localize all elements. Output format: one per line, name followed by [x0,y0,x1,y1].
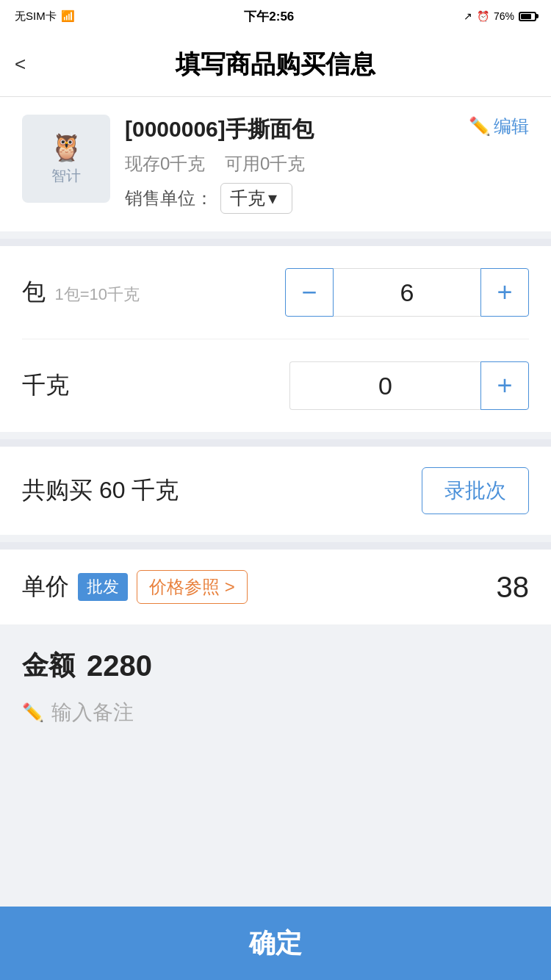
qty-sublabel-bag: 1包=10千克 [54,285,140,303]
product-card: 🦉 智计 [0000006]手撕面包 ✏️ 编辑 现存0千克 可用0千克 销售单… [0,97,551,231]
product-owl-icon: 🦉 [50,132,83,163]
qty-plus-kg[interactable]: + [480,361,529,410]
product-unit-row: 销售单位： 千克 ▾ [125,183,529,214]
chevron-down-icon: ▾ [268,188,277,209]
price-section: 单价 批发 价格参照 > 38 [0,550,551,624]
status-time: 下午2:56 [244,8,294,25]
status-right: ↗ ⏰ 76% [464,10,536,22]
remark-label: 输入备注 [51,699,134,727]
summary-text: 共购买 60 千克 [22,475,179,507]
edit-label: 编辑 [494,115,529,138]
price-value: 38 [497,571,530,604]
pencil-icon: ✏️ [22,702,44,723]
status-bar: 无SIM卡 📶 下午2:56 ↗ ⏰ 76% [0,0,551,32]
qty-label-bag: 包 1包=10千克 [22,276,140,309]
product-thumbnail: 🦉 智计 [22,115,110,203]
unit-select[interactable]: 千克 ▾ [220,183,292,214]
qty-row-kg: 千克 + [22,339,529,432]
product-header-row: [0000006]手撕面包 ✏️ 编辑 [125,115,529,152]
wifi-icon: 📶 [61,10,75,23]
location-icon: ↗ [464,10,472,22]
status-left: 无SIM卡 📶 [15,10,75,24]
batch-button[interactable]: 录批次 [422,467,529,514]
qty-controls-bag: − + [285,268,529,317]
amount-value: 2280 [87,649,152,682]
qty-plus-bag[interactable]: + [480,268,529,317]
qty-input-kg[interactable] [289,361,480,410]
amount-row: 金额 2280 [22,648,529,684]
qty-controls-kg: + [289,361,529,410]
battery-icon [519,12,536,21]
confirm-button[interactable]: 确定 [0,907,551,980]
unit-label: 销售单位： [125,187,213,210]
edit-button[interactable]: ✏️ 编辑 [469,115,529,138]
qty-row-bag: 包 1包=10千克 − + [22,246,529,339]
price-ref-button[interactable]: 价格参照 > [137,570,248,604]
back-button[interactable]: < [15,53,26,76]
product-stock: 现存0千克 可用0千克 [125,152,529,176]
amount-section: 金额 2280 ✏️ 输入备注 [0,627,551,741]
qty-label-kg-text: 千克 [22,372,69,398]
quantity-section: 包 1包=10千克 − + 千克 + [0,246,551,432]
price-badge: 批发 [78,573,128,601]
battery-percent: 76% [494,10,514,22]
qty-input-bag[interactable] [334,268,480,317]
stock-available: 可用0千克 [225,154,305,173]
amount-label: 金额 [22,648,75,684]
price-left: 单价 批发 价格参照 > [22,570,248,604]
nav-bar: < 填写商品购买信息 [0,32,551,97]
stock-current: 现存0千克 [125,154,205,173]
price-label: 单价 [22,571,69,603]
spacer [0,741,551,888]
divider-2 [0,439,551,447]
product-name: [0000006]手撕面包 [125,115,314,145]
qty-minus-bag[interactable]: − [285,268,334,317]
unit-value: 千克 [230,187,265,210]
remark-row[interactable]: ✏️ 输入备注 [22,699,529,727]
edit-icon: ✏️ [469,116,491,137]
product-thumb-text: 智计 [51,166,81,186]
qty-label-bag-text: 包 [22,278,46,305]
qty-label-kg: 千克 [22,370,69,402]
divider-1 [0,239,551,246]
alarm-icon: ⏰ [477,10,489,22]
divider-3 [0,542,551,550]
page-title: 填写商品购买信息 [176,48,375,82]
carrier-label: 无SIM卡 [15,10,57,24]
summary-section: 共购买 60 千克 录批次 [0,447,551,535]
product-info: [0000006]手撕面包 ✏️ 编辑 现存0千克 可用0千克 销售单位： 千克… [125,115,529,214]
